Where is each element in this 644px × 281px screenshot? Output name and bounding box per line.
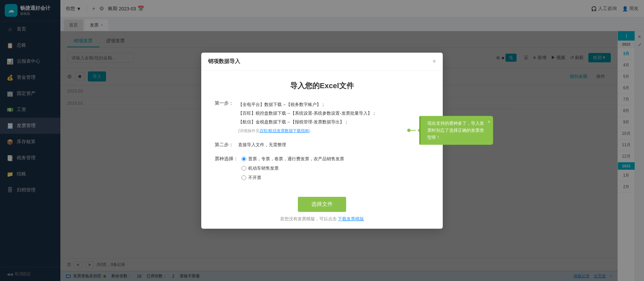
dialog-close-btn[interactable]: ×: [432, 58, 436, 65]
ticket-radio-group: 普票，专票，卷票，通行费发票，农产品销售发票 机动车销售发票 不开票: [241, 156, 344, 181]
ticket-row: 票种选择： 普票，专票，卷票，通行费发票，农产品销售发票 机动车销售发票 不开票: [215, 156, 429, 181]
step2-text: 直接导入文件，无需整理: [238, 140, 286, 149]
ticket-option-car[interactable]: 机动车销售发票: [241, 165, 344, 171]
tooltip-bar: [419, 116, 421, 145]
tooltip-close-btn[interactable]: ×: [488, 118, 490, 125]
step2-row: 第二步： 直接导入文件，无需整理: [215, 140, 429, 149]
ticket-car-label: 机动车销售发票: [248, 165, 279, 171]
step1-line-2: 【百旺】税控盘数据下载→【系统设置-系统参数设置-发票批量导入】；: [238, 109, 376, 118]
tooltip-popup: × 现在支持的票种多了，导入发票时别忘了选择正确的发票类型呀！: [419, 116, 493, 145]
connector-dot: [407, 129, 411, 132]
dialog-title: 销项数据导入: [208, 58, 240, 65]
select-file-btn[interactable]: 选择文件: [298, 197, 346, 212]
step2-label: 第二步：: [215, 142, 235, 148]
step1-content: 【全电平台】数据下载→【税务数字账户】； 【百旺】税控盘数据下载→【系统设置-系…: [238, 100, 376, 135]
radio-normal[interactable]: [241, 157, 246, 161]
ticket-label: 票种选择：: [215, 156, 238, 162]
ticket-normal-label: 普票，专票，卷票，通行费发票，农产品销售发票: [248, 156, 344, 162]
step1-label: 第一步：: [215, 100, 235, 135]
dialog-footer: 选择文件 若您没有发票模版，可以点击 下载发票模版: [201, 193, 443, 229]
ticket-option-none[interactable]: 不开票: [241, 175, 344, 181]
dialog-header: 销项数据导入 ×: [201, 53, 443, 71]
download-link-row: 若您没有发票模版，可以点击 下载发票模版: [280, 216, 364, 222]
radio-none[interactable]: [241, 175, 246, 180]
radio-car[interactable]: [241, 166, 246, 171]
import-dialog: 销项数据导入 × 导入您的Excel文件 第一步： 【全电平台】数据下载→【税务…: [201, 53, 443, 229]
step1-link-row: (详细操作见百旺/航信发票数据下载指南): [238, 126, 376, 135]
download-template-link[interactable]: 下载发票模版: [338, 216, 364, 221]
dialog-body: 导入您的Excel文件 第一步： 【全电平台】数据下载→【税务数字账户】； 【百…: [201, 71, 443, 193]
step1-guide-link[interactable]: 百旺/航信发票数据下载指南: [260, 128, 309, 133]
download-prefix: 若您没有发票模版，可以点击: [280, 216, 337, 221]
ticket-none-label: 不开票: [248, 175, 261, 181]
dialog-main-title: 导入您的Excel文件: [215, 81, 429, 91]
tooltip-text: 现在支持的票种多了，导入发票时别忘了选择正确的发票类型呀！: [425, 120, 488, 141]
ticket-option-normal[interactable]: 普票，专票，卷票，通行费发票，农产品销售发票: [241, 156, 344, 162]
step1-line-3: 【航信】金税盘数据下载→【报税管理-发票数据导出】；: [238, 118, 376, 126]
step1-row: 第一步： 【全电平台】数据下载→【税务数字账户】； 【百旺】税控盘数据下载→【系…: [215, 100, 429, 135]
dialog-overlay: 销项数据导入 × 导入您的Excel文件 第一步： 【全电平台】数据下载→【税务…: [0, 0, 644, 281]
step1-line-1: 【全电平台】数据下载→【税务数字账户】；: [238, 100, 376, 109]
